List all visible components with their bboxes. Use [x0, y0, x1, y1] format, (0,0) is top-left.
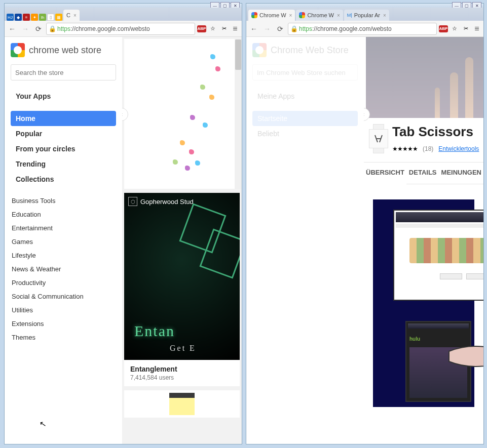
app-card-image: ⬡Gopherwood Stud Entan Get E — [124, 193, 240, 360]
google-doodle — [409, 238, 483, 263]
notepad-icon — [169, 393, 195, 415]
preview-browser-window — [393, 210, 483, 301]
hulu-logo: hulu — [409, 336, 420, 342]
pinned-tab-icon[interactable]: ◆ — [15, 14, 22, 21]
pinned-tab-icon[interactable]: ✦ — [31, 14, 38, 21]
page-content: chrome web store Your Apps Home Popular … — [5, 37, 242, 444]
nav-your-apps[interactable]: Your Apps — [11, 89, 116, 104]
nav-startseite[interactable]: Startseite — [252, 111, 358, 126]
studio-name: Gopherwood Stud — [140, 198, 194, 206]
star-icon[interactable]: ☆ — [208, 24, 217, 33]
detail-tabs: ÜBERSICHT DETAILS MEINUNGEN — [364, 162, 483, 184]
pinned-tab-icon[interactable]: lh — [39, 14, 46, 21]
extension-title: Tab Scissors — [392, 124, 483, 140]
pinned-tab-icon[interactable]: ▯ — [47, 14, 54, 21]
hero-banner[interactable] — [124, 39, 242, 189]
cat-entertainment[interactable]: Entertainment — [11, 221, 116, 235]
lock-icon: 🔒 — [290, 25, 298, 32]
store-sidebar: Chrome Web Store Meine Apps Startseite B… — [246, 37, 364, 444]
store-sidebar: chrome web store Your Apps Home Popular … — [5, 37, 122, 444]
browser-tab[interactable]: M|Popular Ar× — [344, 10, 389, 21]
app-art-title: Entan — [134, 322, 175, 340]
nav-trending[interactable]: Trending — [11, 156, 116, 172]
tab-label: Chrome W — [259, 12, 286, 18]
extension-category-link[interactable]: Entwicklertools — [438, 145, 479, 152]
pinned-tab-icon[interactable]: ▦ — [55, 14, 62, 21]
close-tab-icon[interactable]: × — [383, 13, 386, 18]
favicon-icon — [299, 12, 305, 18]
address-bar[interactable]: 🔒 https://chrome.google.com/websto — [288, 23, 437, 35]
reload-button[interactable]: ⟳ — [33, 23, 44, 34]
star-icon[interactable]: ☆ — [450, 24, 459, 33]
app-card-entanglement[interactable]: ⬡Gopherwood Stud Entan Get E Entanglemen… — [124, 193, 240, 386]
cat-education[interactable]: Education — [11, 208, 116, 221]
titlebar: — ▢ ✕ — [246, 4, 483, 8]
chrome-store-logo-icon — [11, 43, 25, 57]
nav-from-your-circles[interactable]: From your circles — [11, 141, 116, 156]
browser-tab[interactable]: Chrome W× — [296, 10, 343, 21]
favicon-icon: M| — [347, 13, 352, 18]
favicon-icon — [251, 12, 257, 18]
store-title: Chrome Web Store — [271, 45, 349, 56]
chrome-store-logo-icon — [252, 43, 267, 57]
nav-section: Your Apps — [11, 89, 116, 104]
close-tab-icon[interactable]: × — [289, 13, 292, 18]
app-card-notepad[interactable] — [124, 390, 240, 418]
abp-extension-icon[interactable]: ABP — [439, 25, 448, 32]
cat-news-weather[interactable]: News & Weather — [11, 262, 116, 276]
tab-details[interactable]: DETAILS — [406, 162, 439, 184]
rating-stars-icon: ★★★★★ — [392, 145, 418, 152]
tab-ubersicht[interactable]: ÜBERSICHT — [364, 162, 406, 184]
menu-icon[interactable]: ≡ — [231, 24, 240, 33]
scissors-extension-icon[interactable]: ✂ — [219, 24, 229, 33]
nav-popular[interactable]: Popular — [11, 126, 116, 141]
cat-productivity[interactable]: Productivity — [11, 276, 116, 290]
store-main: ‹ ⬡Gopherwoo — [122, 37, 242, 444]
cat-lifestyle[interactable]: Lifestyle — [11, 249, 116, 262]
scissors-extension-icon[interactable]: ✂ — [461, 24, 470, 33]
confetti-art — [124, 39, 242, 189]
back-button[interactable]: ← — [7, 23, 18, 34]
lock-icon: 🔒 — [49, 25, 56, 32]
cat-utilities[interactable]: Utilities — [11, 303, 116, 317]
browser-tab[interactable]: C× — [63, 10, 80, 21]
close-tab-icon[interactable]: × — [73, 13, 77, 18]
abp-extension-icon[interactable]: ABP — [197, 25, 206, 32]
nav-beliebt[interactable]: Beliebt — [252, 126, 358, 141]
back-button[interactable]: ← — [248, 23, 259, 34]
browser-tab[interactable]: Chrome W× — [248, 10, 295, 21]
navigation-bar: ← → ⟳ 🔒 https://chrome.google.com/websto… — [246, 21, 483, 37]
tab-meinungen[interactable]: MEINUNGEN — [439, 162, 483, 184]
studio-logo-icon: ⬡ — [128, 197, 137, 206]
pinned-tab-icon[interactable]: HJ — [7, 14, 14, 21]
cat-extensions[interactable]: Extensions — [11, 317, 116, 331]
cat-social-communication[interactable]: Social & Communication — [11, 290, 116, 303]
address-bar[interactable]: 🔒 https://chrome.google.com/websto — [46, 23, 195, 35]
cat-business-tools[interactable]: Business Tools — [11, 194, 116, 208]
nav-collections[interactable]: Collections — [11, 172, 116, 187]
search-input[interactable] — [252, 64, 358, 80]
url-path: ://chrome.google.com/websto — [312, 25, 392, 32]
nav-home[interactable]: Home — [11, 111, 116, 126]
forward-button[interactable]: → — [20, 23, 31, 34]
tab-label: Chrome W — [307, 12, 334, 18]
tab-label: Popular Ar — [354, 12, 380, 18]
forward-button[interactable]: → — [261, 23, 273, 34]
url-path: ://chrome.google.com/websto — [70, 25, 150, 32]
tab-strip: Chrome W× Chrome W× M|Popular Ar× — [246, 8, 483, 21]
search-input[interactable] — [11, 64, 116, 80]
hero-banner[interactable] — [366, 37, 483, 118]
pinned-tab-icon[interactable]: ≡ — [23, 14, 30, 21]
extension-header: Tab Scissors ★★★★★ (18) Entwicklertools … — [364, 118, 483, 162]
cat-themes[interactable]: Themes — [11, 331, 116, 344]
tab-label: C — [66, 12, 70, 18]
cat-games[interactable]: Games — [11, 235, 116, 249]
store-title: chrome web store — [29, 45, 101, 56]
reload-button[interactable]: ⟳ — [275, 23, 286, 34]
menu-icon[interactable]: ≡ — [472, 24, 481, 33]
scrollbar[interactable] — [235, 39, 242, 189]
close-tab-icon[interactable]: × — [337, 13, 340, 18]
page-content: Chrome Web Store Meine Apps Startseite B… — [246, 37, 483, 444]
navigation-bar: ← → ⟳ 🔒 https://chrome.google.com/websto… — [5, 21, 242, 37]
nav-meine-apps[interactable]: Meine Apps — [252, 89, 358, 104]
